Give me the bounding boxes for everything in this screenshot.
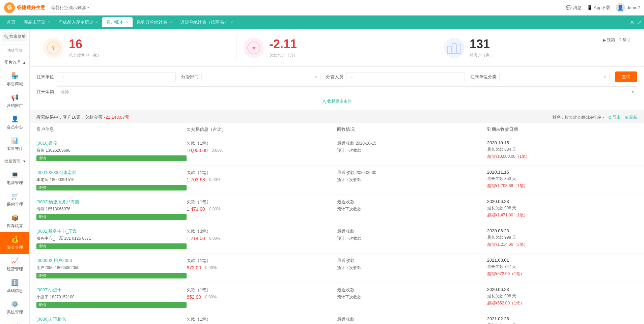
tab-production[interactable]: 产成品入库单历史 ✕ [54, 17, 102, 27]
sidebar-marketing-label: 营销推广 [7, 103, 23, 109]
debt-total-svg: ✦ [247, 41, 260, 55]
sidebar-item-purchase-mgmt[interactable]: 🛒 采购管理 [0, 189, 29, 211]
filter-from-unit: 往来单位 ··· [36, 72, 176, 82]
customer-name-4[interactable]: [0002]服务中心_丁磊 [36, 228, 187, 234]
sidebar-item-batch-mgmt[interactable]: 批发管理 ▼ [0, 155, 29, 168]
refresh-button[interactable]: ⊙ 刷新 [625, 115, 637, 120]
tab-production-close[interactable]: ✕ [95, 21, 98, 24]
debt-info-2: 欠款（1笔） 1,703.68 0.00% [187, 170, 337, 190]
debt-amount-5[interactable]: 672.00 [187, 265, 201, 270]
video-button[interactable]: ▶ 视频 [603, 37, 615, 43]
stat-value-debt-total: -2.11 [269, 37, 298, 51]
sidebar-item-marketing[interactable]: 📢 营销推广 [0, 90, 29, 112]
table-row: [0002]服务中心_丁磊 服务中心_丁磊 181 0125 8371 现销 欠… [30, 224, 644, 254]
sidebar-item-system[interactable]: ⚙️ 系统管理 [0, 297, 29, 319]
sidebar-item-member-center[interactable]: 👤 会员中心 [0, 112, 29, 134]
sidebar-item-retail-store[interactable]: 🏪 零售商城 [0, 69, 29, 90]
message-icon: 💬 [566, 5, 571, 10]
customer-phone-2: 李老师 18600391516 [36, 177, 187, 183]
customer-name-1[interactable]: [0016]吕俊 [36, 140, 187, 146]
debt-amount-4[interactable]: 1,214.00 [187, 236, 205, 241]
company-selector[interactable]: 母婴行业演示账套 ▾ [48, 3, 92, 12]
filter-unit-type: 往来单位分类 ▾ [470, 73, 610, 81]
sidebar-finance-label: 资金管理 [7, 245, 23, 251]
tab-purchase-order[interactable]: 采购订单统计表 ✕ [133, 17, 176, 27]
tab-expand-icon[interactable]: ⤢ [637, 19, 641, 26]
export-button[interactable]: ⊙ 导出 [608, 115, 621, 120]
sidebar-item-inventory[interactable]: 📦 库存核算 [0, 211, 29, 232]
logo-area: 畅 畅捷通好生意 [4, 2, 45, 13]
collapse-button[interactable]: ⋀ 收起更多条件 [36, 97, 637, 106]
search-menu-label: 搜索菜单 [9, 34, 26, 39]
company-name: 母婴行业演示账套 [51, 5, 86, 11]
overdue-amount-6[interactable]: 超期¥652.00（1笔） [487, 300, 637, 306]
sidebar-item-retail-stats[interactable]: 📊 零售统计 [0, 134, 29, 155]
stat-card-actions: ▶ 视频 ? 帮助 [603, 37, 631, 43]
debt-amount-6[interactable]: 652.00 [187, 294, 201, 300]
tab-stock-stat-label: 进货单统计表（按商品） [180, 19, 228, 25]
stat-icon-debt: ¥ [43, 38, 63, 58]
overdue-amount-2[interactable]: 超期¥1,703.68（1笔） [487, 183, 637, 189]
filter-person-label: 分管人员 [326, 74, 343, 80]
customer-info-3: [0003]畅捷服务尹海燕 海燕 18513066976 现销 [36, 199, 187, 220]
customer-name-7[interactable]: [0006]去下粮仓 [36, 316, 187, 322]
sidebar-retail-mgmt-label: 零售管理 [3, 60, 22, 65]
tab-customer-account[interactable]: 客户账本 ✕ [102, 17, 133, 27]
sidebar-item-retail-mgmt[interactable]: 零售管理 ▲ [0, 56, 29, 69]
tab-products[interactable]: 商品上下架 ✕ [20, 17, 54, 27]
overdue-info-5: 2021.03.01 最长欠款 747 天 超期¥672.00（1笔） [487, 258, 637, 278]
tab-home[interactable]: 首页 [3, 17, 20, 27]
sidebar-retail-stats-label: 零售统计 [7, 146, 23, 152]
user-profile[interactable]: 👤 demo2 [616, 3, 640, 12]
debt-amount-1[interactable]: 10,000.00 [187, 148, 207, 153]
search-menu-button[interactable]: 🔍 搜索菜单 [2, 32, 27, 41]
overdue-amount-4[interactable]: 超期¥1,214.00（3笔） [487, 242, 637, 247]
tab-stock-stat[interactable]: 进货单统计表（按商品） ✕ [176, 17, 237, 27]
message-button[interactable]: 💬 消息 [566, 5, 582, 11]
dept-select[interactable]: ▾ [201, 73, 320, 81]
tab-products-close[interactable]: ✕ [48, 21, 50, 24]
stat-label-debt-total: 欠款合计（万） [269, 53, 298, 58]
overdue-amount-5[interactable]: 超期¥672.00（1笔） [487, 271, 637, 277]
tab-customer-account-close[interactable]: ✕ [126, 21, 129, 24]
customer-info-2: [0001020001]李老师 李老师 18600391516 现销 [36, 170, 187, 190]
unit-type-chevron-icon: ▾ [604, 75, 606, 79]
tab-stock-stat-close[interactable]: ✕ [230, 21, 233, 24]
debt-row-1: 欠款（1笔） [187, 140, 337, 146]
tab-collapse-icon[interactable]: ✕ [630, 19, 634, 26]
app-download-button[interactable]: 📱 App下载 [587, 5, 610, 11]
debt-amount-2[interactable]: 1,703.68 [187, 177, 205, 182]
debt-amount-row-2: 1,703.68 0.00% [187, 177, 337, 182]
customer-name-5[interactable]: [000002]用户2050 [36, 258, 187, 264]
sidebar-item-operations[interactable]: 📈 经营管理 [0, 254, 29, 275]
customer-name-3[interactable]: [0003]畅捷服务尹海燕 [36, 199, 187, 205]
stat-icon-debt-total: ✦ [244, 38, 264, 58]
svg-rect-4 [447, 46, 451, 54]
balance-select[interactable]: 选择... ▾ [57, 86, 637, 97]
inventory-icon: 📦 [11, 214, 19, 222]
payback-label-6: 最近收款 [337, 287, 355, 292]
debt-info-4: 欠款（3笔） 1,214.00 0.00% [187, 228, 337, 249]
sidebar-item-enterprise-coop[interactable]: 🤝 企业协同 [0, 319, 29, 324]
sidebar-item-basic-info[interactable]: ℹ️ 基础信息 [0, 275, 29, 297]
customer-name-2[interactable]: [0001020001]李老师 [36, 170, 187, 176]
sidebar-item-finance[interactable]: 💰 资金管理 [0, 232, 29, 254]
search-button[interactable]: 查询 [615, 71, 637, 82]
filter-from-unit-label: 往来单位 [36, 74, 54, 80]
sort-selector[interactable]: 排序：按欠款金额倒序排序 ▾ [553, 115, 604, 120]
help-button[interactable]: ? 帮助 [619, 37, 631, 43]
debt-row-4: 欠款（3笔） [187, 228, 337, 234]
customer-name-6[interactable]: [0007]小进干 [36, 287, 187, 293]
person-input[interactable]: ··· [346, 72, 465, 82]
payback-next-label-1: 预计下次收款 [337, 148, 361, 153]
svg-text:¥: ¥ [52, 45, 55, 51]
from-unit-input[interactable]: ··· [57, 72, 176, 82]
overdue-amount-1[interactable]: 超期¥10,000.00（1笔） [487, 154, 637, 159]
tab-purchase-order-close[interactable]: ✕ [169, 21, 172, 24]
debt-customers-svg: ¥ [47, 41, 60, 55]
overdue-amount-3[interactable]: 超期¥1,471.00（1笔） [487, 212, 637, 218]
table-row: [0001020001]李老师 李老师 18600391516 现销 欠款（1笔… [30, 166, 644, 195]
unit-type-select[interactable]: ▾ [499, 73, 610, 81]
debt-amount-3[interactable]: 1,471.00 [187, 206, 205, 212]
sidebar-item-ecommerce[interactable]: 💻 电商管理 [0, 168, 29, 189]
